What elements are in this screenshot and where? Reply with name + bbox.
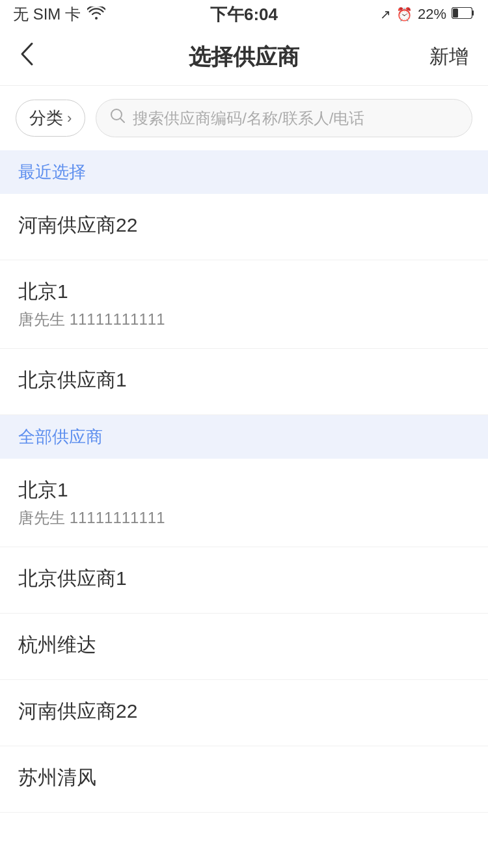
carrier-text: 无 SIM 卡 [13, 4, 81, 25]
item-detail: 唐先生 11111111111 [18, 508, 470, 528]
item-name: 河南供应商22 [18, 212, 470, 239]
search-icon [109, 107, 126, 129]
item-name: 河南供应商22 [18, 698, 470, 725]
category-label: 分类 [29, 107, 63, 129]
add-button[interactable]: 新增 [429, 44, 468, 70]
chevron-icon: › [67, 110, 72, 127]
all-section-label: 全部供应商 [18, 427, 103, 446]
recent-list-item[interactable]: 北京1唐先生 11111111111 [0, 260, 488, 349]
item-name: 北京供应商1 [18, 565, 470, 592]
back-button[interactable] [20, 42, 59, 72]
all-list-item[interactable]: 苏州清风 [0, 746, 488, 813]
battery-text: 22% [418, 6, 446, 23]
search-box[interactable]: 搜索供应商编码/名称/联系人/电话 [96, 99, 472, 137]
filter-bar: 分类 › 搜索供应商编码/名称/联系人/电话 [0, 86, 488, 150]
item-name: 杭州维达 [18, 632, 470, 658]
recent-section-label: 最近选择 [18, 162, 86, 182]
all-list-item[interactable]: 杭州维达 [0, 614, 488, 680]
wifi-icon [87, 5, 105, 23]
recent-list: 河南供应商22北京1唐先生 11111111111北京供应商1 [0, 194, 488, 415]
all-list-item[interactable]: 北京1唐先生 11111111111 [0, 459, 488, 547]
item-name: 苏州清风 [18, 765, 470, 791]
item-name: 北京1 [18, 477, 470, 504]
status-left: 无 SIM 卡 [13, 4, 105, 25]
item-detail: 唐先生 11111111111 [18, 309, 470, 330]
nav-title: 选择供应商 [189, 42, 299, 72]
battery-icon [452, 6, 475, 23]
all-list-item[interactable]: 北京供应商1 [0, 547, 488, 614]
item-name: 北京供应商1 [18, 367, 470, 394]
category-filter-button[interactable]: 分类 › [16, 100, 85, 137]
svg-rect-1 [453, 8, 458, 18]
alarm-icon: ⏰ [396, 7, 413, 22]
all-list-item[interactable]: 河南供应商22 [0, 680, 488, 746]
recent-section-header: 最近选择 [0, 150, 488, 194]
recent-list-item[interactable]: 河南供应商22 [0, 194, 488, 260]
status-bar: 无 SIM 卡 下午6:04 ↗ ⏰ 22% [0, 0, 488, 29]
status-right: ↗ ⏰ 22% [380, 6, 475, 23]
nav-bar: 选择供应商 新增 [0, 29, 488, 86]
location-icon: ↗ [380, 7, 391, 22]
recent-list-item[interactable]: 北京供应商1 [0, 349, 488, 415]
all-list: 北京1唐先生 11111111111北京供应商1杭州维达河南供应商22苏州清风 [0, 459, 488, 813]
status-time: 下午6:04 [210, 3, 278, 26]
all-section-header: 全部供应商 [0, 415, 488, 459]
search-placeholder: 搜索供应商编码/名称/联系人/电话 [133, 108, 364, 129]
item-name: 北京1 [18, 278, 470, 305]
